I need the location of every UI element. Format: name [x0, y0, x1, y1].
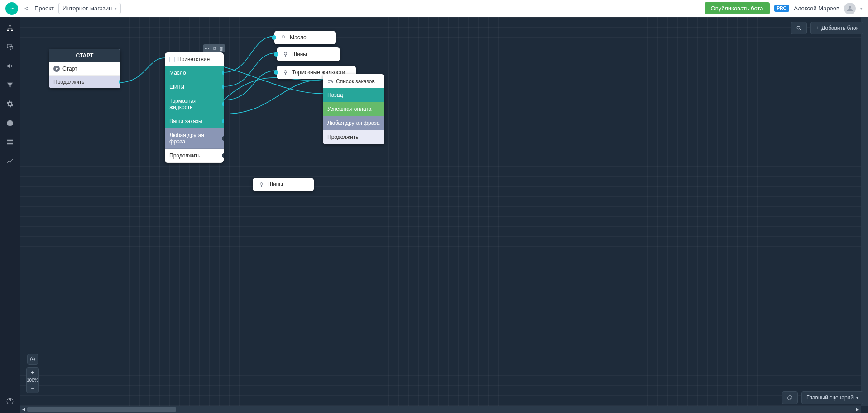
bag-icon: 🛍 — [327, 78, 333, 85]
add-block-button[interactable]: + Добавить блок — [810, 22, 863, 34]
edges-layer — [20, 17, 868, 413]
orders-option-back[interactable]: Назад — [323, 88, 384, 102]
greet-option-brake[interactable]: Тормозная жидкость — [165, 94, 224, 114]
avatar[interactable] — [844, 3, 856, 14]
user-menu-chevron-icon[interactable]: ▾ — [860, 6, 863, 11]
header: < Проект Интернет-магазин ▾ Опубликовать… — [0, 0, 868, 17]
target-icon — [29, 356, 36, 362]
sidebar-item-broadcast[interactable] — [5, 61, 15, 71]
sidebar-item-analytics[interactable] — [5, 156, 15, 166]
output-port[interactable] — [222, 119, 224, 123]
sidebar-item-flow[interactable] — [5, 23, 15, 33]
greet-option-continue[interactable]: Продолжить — [165, 149, 224, 163]
greet-option-oil[interactable]: Масло — [165, 66, 224, 80]
zoom-in-button[interactable]: + — [27, 368, 38, 377]
vertical-scrollbar[interactable] — [861, 17, 868, 406]
sidebar-item-settings[interactable] — [5, 99, 15, 109]
search-icon — [796, 25, 802, 31]
chevron-down-icon: ▾ — [856, 395, 858, 400]
node-oil-label: Масло — [290, 34, 307, 41]
orders-option-paid[interactable]: Успешная оплата — [323, 102, 384, 116]
node-more-icon[interactable]: ⋯ — [204, 45, 210, 52]
add-block-label: Добавить блок — [821, 25, 858, 31]
svg-rect-8 — [7, 140, 13, 141]
plug-icon: ⚲ — [280, 34, 286, 41]
output-port[interactable] — [222, 85, 224, 89]
sidebar-item-filter[interactable] — [5, 80, 15, 90]
plug-icon: ⚲ — [282, 69, 288, 76]
back-button[interactable]: < — [23, 5, 30, 12]
output-port[interactable] — [222, 136, 224, 141]
orders-option-other[interactable]: Любая другая фраза — [323, 116, 384, 130]
output-port[interactable] — [222, 71, 224, 75]
output-port[interactable] — [119, 80, 120, 84]
input-port[interactable] — [274, 70, 278, 75]
clock-icon — [787, 395, 793, 401]
greet-option-other[interactable]: Любая другая фраза — [165, 128, 224, 149]
horizontal-scrollbar[interactable]: ◀ ▶ — [20, 406, 861, 413]
node-tires2-label: Шины — [268, 181, 283, 188]
sidebar-item-chat[interactable] — [5, 42, 15, 52]
plus-icon: + — [815, 25, 819, 31]
node-orders[interactable]: 🛍 Список заказов Назад Успешная оплата Л… — [323, 74, 384, 144]
node-greeting-header[interactable]: Приветствие — [165, 52, 224, 66]
node-tires2[interactable]: ⚲ Шины — [253, 178, 314, 191]
node-orders-title: Список заказов — [336, 78, 375, 85]
publish-button[interactable]: Опубликовать бота — [705, 2, 770, 14]
node-toolbar: ⋯ ⧉ 🗑 — [203, 44, 225, 52]
node-delete-icon[interactable]: 🗑 — [218, 45, 225, 52]
fit-view-button[interactable] — [27, 354, 38, 365]
orders-option-continue[interactable]: Продолжить — [323, 130, 384, 144]
zoom-out-button[interactable]: − — [27, 384, 38, 393]
scenario-label: Главный сценарий — [806, 394, 854, 401]
logo-icon — [5, 2, 18, 15]
checkbox-icon[interactable] — [169, 57, 175, 62]
sidebar-item-support[interactable] — [5, 118, 15, 128]
scroll-left-icon[interactable]: ◀ — [20, 406, 27, 413]
chevron-down-icon: ▾ — [115, 6, 117, 11]
node-copy-icon[interactable]: ⧉ — [211, 45, 217, 52]
svg-rect-10 — [7, 143, 13, 144]
svg-point-3 — [13, 8, 14, 9]
svg-point-2 — [10, 8, 11, 9]
scroll-right-icon[interactable]: ▶ — [854, 406, 861, 413]
sidebar-item-help[interactable] — [5, 396, 15, 407]
svg-point-14 — [32, 359, 33, 360]
user-name: Алексей Мареев — [794, 5, 839, 12]
output-port[interactable] — [222, 102, 224, 106]
input-port[interactable] — [274, 52, 278, 57]
svg-rect-6 — [11, 30, 13, 31]
node-tires-label: Шины — [292, 51, 307, 57]
canvas-top-controls: + Добавить блок — [791, 22, 863, 34]
node-orders-header[interactable]: 🛍 Список заказов — [323, 74, 384, 88]
scenario-select[interactable]: Главный сценарий ▾ — [801, 391, 863, 404]
node-start[interactable]: СТАРТ Старт Продолжить — [49, 49, 120, 88]
node-start-row-continue-label: Продолжить — [53, 79, 85, 85]
input-port[interactable] — [272, 35, 276, 40]
node-start-row-start-label: Старт — [62, 66, 77, 72]
node-greeting[interactable]: ⋯ ⧉ 🗑 Приветствие Масло Шины Тормозная ж… — [165, 52, 224, 163]
search-button[interactable] — [791, 22, 807, 34]
greet-option-tires[interactable]: Шины — [165, 80, 224, 94]
project-select[interactable]: Интернет-магазин ▾ — [58, 3, 121, 14]
canvas-bottom-controls: Главный сценарий ▾ — [782, 391, 863, 404]
project-name: Интернет-магазин — [62, 5, 112, 12]
svg-rect-5 — [7, 30, 9, 31]
svg-rect-9 — [7, 142, 13, 142]
scrollbar-thumb[interactable] — [27, 407, 176, 412]
canvas[interactable]: СТАРТ Старт Продолжить ⋯ ⧉ 🗑 — [20, 17, 868, 413]
greet-option-orders[interactable]: Ваши заказы — [165, 114, 224, 128]
svg-point-12 — [797, 26, 800, 29]
node-start-row-start[interactable]: Старт — [49, 62, 120, 76]
node-tires[interactable]: ⚲ Шины — [277, 47, 340, 61]
history-button[interactable] — [782, 391, 798, 404]
sidebar-item-list[interactable] — [5, 137, 15, 147]
pro-badge: PRO — [774, 5, 790, 12]
node-greeting-title: Приветствие — [177, 56, 210, 62]
node-start-title: СТАРТ — [49, 49, 120, 62]
node-start-row-continue[interactable]: Продолжить — [49, 76, 120, 88]
node-oil[interactable]: ⚲ Масло — [274, 31, 336, 44]
sidebar — [0, 17, 20, 413]
output-port[interactable] — [222, 153, 224, 158]
zoom-value: 100% — [27, 377, 38, 384]
